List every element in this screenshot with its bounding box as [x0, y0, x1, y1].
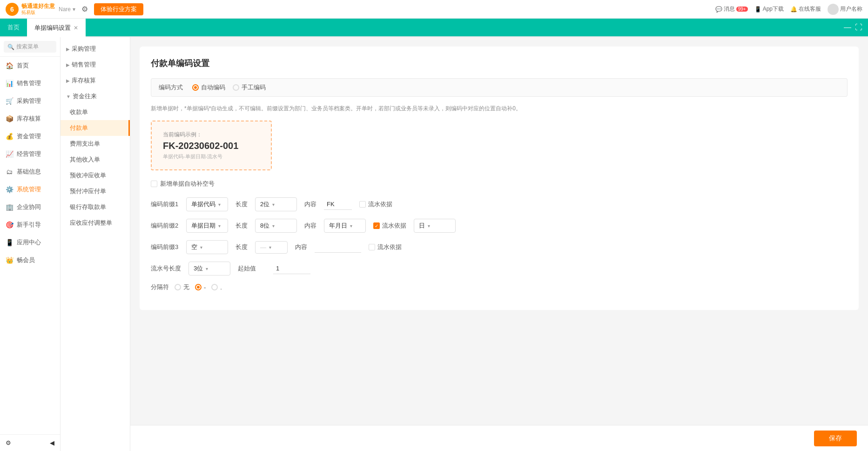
prefix3-label: 编码前缀3: [151, 243, 179, 251]
serial-length-select[interactable]: 3位 ▾: [188, 262, 230, 276]
sidebar-item-operation[interactable]: 📈 经营管理: [0, 145, 60, 163]
user-area[interactable]: 用户名称: [828, 4, 862, 15]
manual-code-radio[interactable]: 手工编码: [233, 83, 266, 92]
length1-select[interactable]: 2位 ▾: [255, 197, 297, 211]
search-icon: 🔍: [7, 44, 14, 50]
online-service-button[interactable]: 🔔 在线客服: [790, 5, 821, 13]
chevron-down-icon: ▾: [218, 202, 221, 207]
sub-item-payment[interactable]: 付款单: [61, 120, 130, 136]
chevron-down-icon-4: ▾: [272, 223, 275, 229]
chevron-down-icon-9: ▾: [206, 266, 208, 271]
sep-dash-dot: [195, 284, 202, 290]
tab-bar: 首页 单据编码设置 ✕ — ⛶: [0, 19, 868, 37]
sub-group-sales[interactable]: ▶ 销售管理: [61, 57, 130, 73]
sidebar-search-area[interactable]: 🔍 搜索菜单: [0, 37, 60, 57]
sub-item-receipt[interactable]: 收款单: [61, 104, 130, 120]
arrow-right-icon-2: ▶: [66, 62, 70, 67]
sub-item-expense[interactable]: 费用支出单: [61, 136, 130, 152]
serial1-checkbox[interactable]: [359, 201, 366, 208]
guide-icon: 🎯: [6, 221, 13, 229]
gear-icon[interactable]: ⚙: [79, 4, 90, 15]
system-icon: ⚙️: [6, 186, 13, 193]
content-footer: 保存: [130, 425, 868, 451]
member-icon: 👑: [6, 256, 13, 264]
encoding-mode-row: 编码方式 自动编码 手工编码: [151, 78, 848, 97]
collapse-icon[interactable]: ◀: [50, 439, 54, 446]
sub-group-inventory[interactable]: ▶ 库存核算: [61, 73, 130, 88]
length2-select[interactable]: 8位 ▾: [255, 219, 297, 233]
tab-home[interactable]: 首页: [0, 19, 27, 37]
auto-fill-checkbox[interactable]: [151, 181, 157, 187]
length1-label: 长度: [236, 200, 248, 209]
message-button[interactable]: 💬 消息 99+: [715, 5, 748, 13]
serial-number-row: 流水号长度 3位 ▾ 起始值: [151, 262, 848, 276]
home-icon: 🏠: [6, 62, 13, 69]
cycle2-select[interactable]: 日 ▾: [414, 219, 456, 233]
serial2-checkbox-checked[interactable]: ✓: [373, 222, 380, 229]
info-text: 新增单据时，*单据编码*自动生成，不可编辑。前缀设置为部门、业务员等档案类。开单…: [151, 104, 848, 113]
serial2-check[interactable]: ✓ 流水依据: [373, 222, 406, 230]
app-download-button[interactable]: 📱 App下载: [754, 5, 784, 13]
service-icon: 🔔: [790, 6, 797, 13]
sub-group-finance[interactable]: ▼ 资金往来: [61, 88, 130, 104]
sub-item-prereceive[interactable]: 预收冲应收单: [61, 168, 130, 183]
minimize-icon[interactable]: —: [844, 23, 851, 32]
tab-close-icon[interactable]: ✕: [74, 25, 78, 31]
sub-item-bank[interactable]: 银行存取款单: [61, 199, 130, 215]
sub-item-prepay[interactable]: 预付冲应付单: [61, 183, 130, 199]
save-button[interactable]: 保存: [814, 431, 857, 446]
sub-item-adjust[interactable]: 应收应付调整单: [61, 215, 130, 231]
content1-input[interactable]: [324, 199, 352, 210]
content2-select[interactable]: 年月日 ▾: [324, 219, 366, 233]
sidebar-item-sales[interactable]: 📊 销售管理: [0, 74, 60, 92]
content-card: 付款单编码设置 编码方式 自动编码 手工编码 新增单据时，*单据编码*自动生成，…: [140, 47, 859, 310]
apps-icon: 📱: [6, 239, 13, 246]
serial3-check[interactable]: 流水依据: [369, 243, 402, 251]
logo-icon: 6: [6, 3, 19, 16]
prefix2-select[interactable]: 单据日期 ▾: [186, 219, 228, 233]
sidebar-item-system[interactable]: ⚙️ 系统管理: [0, 181, 60, 198]
maximize-icon[interactable]: ⛶: [855, 23, 862, 32]
arrow-right-icon: ▶: [66, 47, 70, 52]
sidebar-bottom: ⚙ ◀: [0, 434, 60, 451]
sep-dash-radio[interactable]: -: [195, 284, 206, 291]
content3-input[interactable]: [315, 242, 361, 253]
search-input-wrapper[interactable]: 🔍 搜索菜单: [4, 41, 56, 53]
sidebar-item-base[interactable]: 🗂 基础信息: [0, 163, 60, 181]
start-value-label: 起始值: [238, 264, 266, 273]
prefix3-select[interactable]: 空 ▾: [186, 240, 228, 254]
settings-icon[interactable]: ⚙: [6, 439, 11, 446]
sidebar-item-guide[interactable]: 🎯 新手引导: [0, 216, 60, 234]
sep-dot-radio[interactable]: .: [211, 284, 222, 291]
content1-label: 内容: [304, 200, 316, 209]
content2-label: 内容: [304, 222, 316, 230]
base-icon: 🗂: [6, 168, 13, 175]
sidebar-item-purchase[interactable]: 🛒 采购管理: [0, 92, 60, 110]
separator-label: 分隔符: [151, 283, 169, 291]
start-value-input[interactable]: [273, 263, 310, 274]
serial3-checkbox[interactable]: [369, 244, 375, 250]
manual-code-radio-dot: [233, 84, 239, 91]
sidebar-item-inventory[interactable]: 📦 库存核算: [0, 110, 60, 128]
sidebar-item-finance[interactable]: 💰 资金管理: [0, 128, 60, 145]
auto-code-radio[interactable]: 自动编码: [192, 83, 225, 92]
preview-box: 当前编码示例： FK-20230602-001 单据代码-单据日期-流水号: [151, 121, 272, 170]
top-header: 6 畅通道好生意 拓易版 Nare ▾ ⚙ 体验行业方案 💬 消息 99+ 📱 …: [0, 0, 868, 19]
sub-group-purchase[interactable]: ▶ 采购管理: [61, 41, 130, 57]
tab-encoding[interactable]: 单据编码设置 ✕: [27, 19, 86, 37]
sep-none-radio[interactable]: 无: [175, 283, 189, 291]
auto-fill-row[interactable]: 新增单据自动补空号: [151, 180, 848, 188]
length3-select[interactable]: — ▾: [255, 241, 288, 254]
serial1-check[interactable]: 流水依据: [359, 200, 392, 209]
sidebar-item-home[interactable]: 🏠 首页: [0, 57, 60, 74]
sidebar-item-apps[interactable]: 📱 应用中心: [0, 234, 60, 251]
prefix1-select[interactable]: 单据代码 ▾: [186, 197, 228, 211]
sidebar-item-enterprise[interactable]: 🏢 企业协同: [0, 198, 60, 216]
purchase-icon: 🛒: [6, 97, 13, 105]
chevron-down-icon-2: ▾: [272, 202, 275, 207]
sidebar-item-member[interactable]: 👑 畅会员: [0, 251, 60, 269]
sales-icon: 📊: [6, 80, 13, 87]
enterprise-icon: 🏢: [6, 203, 13, 211]
sub-item-other-income[interactable]: 其他收入单: [61, 152, 130, 168]
trial-button[interactable]: 体验行业方案: [94, 3, 143, 15]
